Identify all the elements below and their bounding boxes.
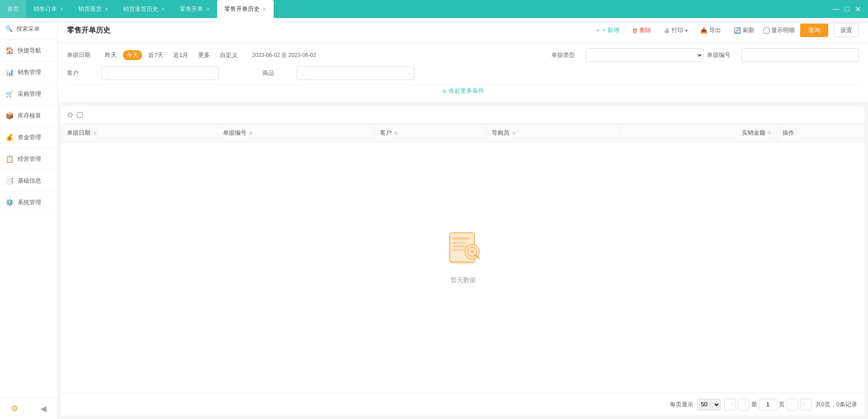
home-icon: 🏠	[5, 47, 14, 55]
tab-sales-return-history-close[interactable]: ✕	[161, 6, 165, 12]
page-label: 第	[751, 400, 757, 409]
refresh-button[interactable]: 🔄 刷新	[730, 24, 758, 36]
per-page-select[interactable]: 50 10 20 100	[697, 399, 721, 410]
add-button[interactable]: ＋ + 新增	[591, 24, 623, 36]
tab-sales-return-history-label: 销货退货历史	[123, 5, 158, 13]
tab-sales-return-close[interactable]: ✕	[104, 6, 109, 12]
minimize-btn[interactable]: —	[832, 5, 840, 13]
close-btn[interactable]: ✕	[855, 5, 861, 14]
table-header-row: 单据日期 ⇅ 单据编号 ⇅ 客户 ⇅ 导购员 ⇅	[62, 124, 864, 142]
date-opt-today[interactable]: 今天	[123, 50, 142, 60]
sidebar-item-operations-label: 经营管理	[18, 155, 41, 163]
sidebar-item-operations[interactable]: 📋 经营管理	[0, 148, 57, 170]
customer-input[interactable]	[101, 66, 219, 80]
date-opt-more[interactable]: 更多	[194, 50, 213, 60]
date-filter-label: 单据日期	[67, 51, 94, 59]
toolbar: ＋ + 新增 🗑 删除 🖨 打印 ▾ 📤 导出 🔄	[591, 24, 859, 37]
tab-retail-open-history[interactable]: 零售开单历史 ✕	[217, 0, 274, 18]
svg-rect-4	[452, 245, 468, 247]
customer-label: 客户	[67, 69, 94, 77]
col-guide-sort[interactable]: ⇅	[512, 131, 516, 136]
tab-sales-order-close[interactable]: ✕	[60, 6, 64, 12]
next-page-btn[interactable]: 〉	[787, 399, 798, 410]
sidebar-item-system[interactable]: ⚙️ 系统管理	[0, 192, 57, 213]
date-opt-last-month[interactable]: 近1月	[170, 50, 192, 60]
tab-retail-open[interactable]: 零售开单 ✕	[172, 0, 217, 18]
delete-button[interactable]: 🗑 删除	[628, 24, 655, 36]
col-no[interactable]: 单据编号 ⇅	[218, 124, 375, 142]
display-cols-toggle[interactable]: 显示明细	[764, 26, 795, 34]
sidebar-item-quick-nav[interactable]: 🏠 快捷导航	[0, 40, 57, 61]
last-page-btn[interactable]: 》	[800, 399, 812, 410]
collapse-filter-btn[interactable]: ∧ 收起更多条件	[67, 85, 859, 97]
tab-retail-open-close[interactable]: ✕	[206, 6, 210, 12]
col-customer-sort[interactable]: ⇅	[394, 131, 398, 136]
print-button[interactable]: 🖨 打印 ▾	[660, 24, 691, 36]
export-button[interactable]: 📤 导出	[697, 24, 725, 36]
per-page-label: 每页显示	[670, 400, 693, 409]
col-date-sort[interactable]: ⇅	[93, 131, 97, 136]
table-settings-icon[interactable]: ⚙	[67, 111, 73, 119]
col-guide[interactable]: 导购员 ⇅	[486, 124, 620, 142]
tab-sales-return-history[interactable]: 销货退货历史 ✕	[116, 0, 172, 18]
col-customer[interactable]: 客户 ⇅	[374, 124, 486, 142]
sidebar-item-purchase-mgmt[interactable]: 🛒 采购管理	[0, 83, 57, 105]
filter-row-1: 单据日期 昨天 今天 近7天 近1月 更多 自定义 2023-06-02 至 2…	[67, 48, 859, 62]
goods-input-dots: ···	[406, 70, 411, 76]
col-amount[interactable]: 实销金额 ⇅	[620, 124, 777, 142]
page-header: 零售开单历史 ＋ + 新增 🗑 删除 🖨 打印 ▾ 📤 导出	[58, 18, 868, 43]
date-opt-last7[interactable]: 近7天	[145, 50, 167, 60]
first-page-btn[interactable]: 《	[724, 399, 736, 410]
col-amount-sort[interactable]: ⇅	[768, 131, 771, 136]
page-input[interactable]	[759, 399, 777, 410]
col-date[interactable]: 单据日期 ⇅	[62, 124, 218, 142]
main-layout: 🔍 搜索采单 🏠 快捷导航 📊 销售管理 🛒 采购管理 📦 库存核算 💰 资金管…	[0, 18, 868, 419]
settings-button[interactable]: 设置	[834, 24, 859, 37]
print-icon: 🖨	[664, 27, 670, 34]
empty-state: 暂无数据	[62, 142, 864, 393]
sidebar-item-finance-label: 资金管理	[18, 133, 41, 141]
sidebar-item-sales-mgmt[interactable]: 📊 销售管理	[0, 61, 57, 83]
maximize-btn[interactable]: □	[845, 5, 849, 13]
purchase-icon: 🛒	[5, 90, 14, 98]
sidebar-item-basic-info[interactable]: 📑 基础信息	[0, 170, 57, 192]
svg-rect-2	[452, 237, 470, 240]
tab-sales-order[interactable]: 销售订单 ✕	[26, 0, 71, 18]
system-icon: ⚙️	[5, 198, 14, 207]
export-label: 导出	[709, 26, 721, 34]
sidebar-collapse-icon[interactable]: ◀	[40, 404, 47, 414]
search-icon: 🔍	[5, 25, 13, 32]
sidebar-item-inventory-label: 库存核算	[18, 112, 41, 120]
sidebar-item-finance[interactable]: 💰 资金管理	[0, 127, 57, 148]
tab-retail-open-history-close[interactable]: ✕	[262, 6, 266, 12]
inventory-icon: 📦	[5, 112, 14, 120]
display-cols-checkbox[interactable]	[764, 28, 769, 33]
tab-sales-return-label: 销货退货	[78, 5, 102, 13]
col-no-sort[interactable]: ⇅	[249, 131, 253, 136]
date-options: 昨天 今天 近7天 近1月 更多 自定义	[101, 50, 241, 60]
sidebar-search[interactable]: 🔍 搜索采单	[0, 18, 57, 40]
query-button[interactable]: 查询	[800, 24, 828, 37]
content: 零售开单历史 ＋ + 新增 🗑 删除 🖨 打印 ▾ 📤 导出	[58, 18, 868, 419]
select-all-checkbox[interactable]	[77, 112, 83, 118]
collapse-label: 收起更多条件	[449, 87, 484, 95]
goods-input[interactable]	[297, 66, 414, 80]
data-table: 单据日期 ⇅ 单据编号 ⇅ 客户 ⇅ 导购员 ⇅	[62, 124, 864, 142]
tab-home[interactable]: 首页	[0, 0, 26, 18]
tab-sales-return[interactable]: 销货退货 ✕	[71, 0, 116, 18]
sales-icon: 📊	[5, 68, 14, 76]
sidebar-item-sales-mgmt-label: 销售管理	[18, 68, 41, 76]
col-action: 操作	[777, 124, 864, 142]
date-opt-yesterday[interactable]: 昨天	[101, 50, 120, 60]
date-opt-custom[interactable]: 自定义	[216, 50, 241, 60]
basic-info-icon: 📑	[5, 177, 14, 185]
tab-retail-open-label: 零售开单	[180, 5, 203, 13]
prev-page-btn[interactable]: 〈	[738, 399, 749, 410]
doc-type-label: 单据类型	[551, 51, 579, 59]
doc-no-input[interactable]	[741, 48, 859, 62]
sidebar-settings-icon[interactable]: ⚙	[11, 404, 18, 414]
doc-type-select[interactable]	[586, 48, 703, 62]
sidebar-item-inventory[interactable]: 📦 库存核算	[0, 105, 57, 127]
col-action-label: 操作	[783, 129, 794, 136]
svg-rect-5	[452, 249, 464, 251]
